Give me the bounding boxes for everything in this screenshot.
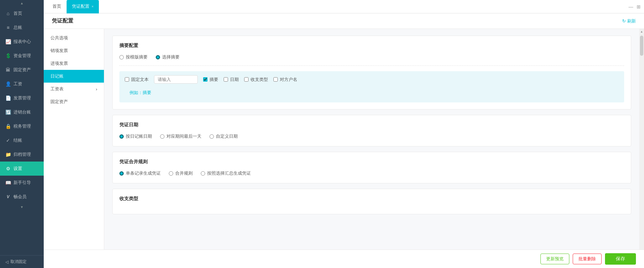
scrollbar-thumb[interactable]: [640, 36, 643, 56]
refresh-button[interactable]: ↻ 刷新: [622, 18, 636, 24]
checkbox-counterparty-input[interactable]: [273, 77, 278, 82]
cancel-pin-button[interactable]: ◁ 取消固定: [0, 255, 44, 268]
radio-select-label[interactable]: 选择摘要: [156, 54, 180, 60]
abstract-radio-group: 按模版摘要 选择摘要: [119, 54, 624, 60]
archive-icon: 📁: [5, 152, 11, 157]
radio-merge-label[interactable]: 合并规则: [169, 170, 193, 176]
salary-icon: 👤: [5, 81, 11, 87]
purchase-icon: 🔃: [5, 109, 11, 115]
sidebar-scroll-up[interactable]: ▲: [0, 0, 44, 6]
home-icon: ⌂: [5, 11, 11, 16]
checkbox-abstract-label[interactable]: 摘要: [203, 77, 218, 83]
radio-batch-label[interactable]: 按照选择汇总生成凭证: [201, 170, 251, 176]
voucher-date-section: 凭证日期 按日记账日期 对应期间最后一天 自定义日期: [112, 115, 631, 146]
fund-icon: 💲: [5, 53, 11, 58]
sub-sidebar-item-salary-table[interactable]: 工资表 ›: [44, 83, 104, 95]
sub-sidebar-item-sales[interactable]: 销项发票: [44, 44, 104, 57]
asset-icon: 🏛: [5, 67, 11, 73]
chevron-down-icon: ›: [96, 87, 97, 92]
page-wrapper: 凭证配置 ↻ 刷新 公共选项 销项发票 进项发票 日记账: [44, 13, 644, 268]
sidebar-item-home[interactable]: ⌂ 首页: [0, 6, 44, 20]
vip-icon: V: [5, 194, 11, 199]
radio-merge-input[interactable]: [169, 171, 173, 176]
checkbox-income-type-input[interactable]: [244, 77, 249, 82]
voucher-date-radio-group: 按日记账日期 对应期间最后一天 自定义日期: [119, 133, 624, 139]
checkbox-fixed-text-label[interactable]: 固定文本: [125, 77, 149, 83]
main-area: 首页 凭证配置 × — ⊞ 凭证配置 ↻ 刷新 公共选项: [44, 0, 644, 268]
sidebar-item-ledger[interactable]: ≡ 总账: [0, 20, 44, 35]
page-title: 凭证配置: [52, 17, 73, 25]
sub-sidebar-item-journal[interactable]: 日记账: [44, 70, 104, 83]
sidebar-scroll-down[interactable]: ▼: [0, 204, 44, 210]
tab-voucher-config[interactable]: 凭证配置 ×: [67, 0, 99, 13]
radio-template-input[interactable]: [119, 55, 124, 59]
checkbox-counterparty-label[interactable]: 对方户名: [273, 77, 297, 83]
income-type-section: 收支类型: [112, 189, 631, 214]
checkbox-abstract-input[interactable]: [203, 77, 207, 82]
sidebar-item-invoice[interactable]: 📄 发票管理: [0, 91, 44, 105]
sub-sidebar-item-fixed-asset[interactable]: 固定资产: [44, 95, 104, 108]
tab-close-icon[interactable]: ×: [91, 4, 93, 8]
sub-sidebar-item-public[interactable]: 公共选项: [44, 32, 104, 44]
invoice-icon: 📄: [5, 95, 11, 101]
save-button[interactable]: 保存: [605, 253, 636, 265]
sidebar-item-archive[interactable]: 📁 归档管理: [0, 147, 44, 162]
page-header: 凭证配置 ↻ 刷新: [44, 13, 644, 29]
checkbox-income-type-label[interactable]: 收支类型: [244, 77, 268, 83]
voucher-date-title: 凭证日期: [119, 122, 624, 128]
abstract-config-title: 摘要配置: [119, 43, 624, 49]
scroll-up-arrow[interactable]: ▲: [639, 29, 644, 34]
sidebar-item-settle[interactable]: ✓ 结账: [0, 133, 44, 147]
guide-icon: 📖: [5, 180, 11, 185]
sidebar-item-settings[interactable]: ⚙ 设置: [0, 162, 44, 176]
radio-journal-date-input[interactable]: [119, 134, 124, 139]
merge-rules-section: 凭证合并规则 单条记录生成凭证 合并规则 按照选择汇总生成凭证: [112, 152, 631, 183]
radio-custom-date-input[interactable]: [210, 134, 214, 139]
tab-home[interactable]: 首页: [47, 0, 67, 13]
sidebar-item-fund[interactable]: 💲 资金管理: [0, 49, 44, 63]
tax-icon: 🔒: [5, 124, 11, 129]
sidebar-item-guide[interactable]: 📖 新手引导: [0, 176, 44, 190]
radio-select-input[interactable]: [156, 55, 160, 59]
divider-1: [119, 65, 624, 66]
sidebar: ▲ ⌂ 首页 ≡ 总账 📈 报表中心 💲 资金管理 🏛 固定资产 👤 工资 📄 …: [0, 0, 44, 268]
refresh-icon: ↻: [622, 18, 626, 24]
report-icon: 📈: [5, 39, 11, 44]
checkbox-fixed-text-input[interactable]: [125, 77, 129, 82]
bottom-bar: 更新预览 批量删除 保存: [44, 250, 644, 268]
tab-bar: 首页 凭证配置 × — ⊞: [44, 0, 644, 13]
radio-custom-date-label[interactable]: 自定义日期: [210, 133, 238, 139]
sub-sidebar-item-purchase-inv[interactable]: 进项发票: [44, 57, 104, 70]
sidebar-item-purchase[interactable]: 🔃 进销台账: [0, 105, 44, 119]
merge-rules-radio-group: 单条记录生成凭证 合并规则 按照选择汇总生成凭证: [119, 170, 624, 176]
window-minimize-icon[interactable]: —: [629, 4, 633, 9]
sub-sidebar: 公共选项 销项发票 进项发票 日记账 工资表 › 固定资产: [44, 29, 104, 250]
ledger-icon: ≡: [5, 25, 11, 30]
settle-icon: ✓: [5, 138, 11, 143]
radio-single-label[interactable]: 单条记录生成凭证: [119, 170, 161, 176]
sidebar-item-report[interactable]: 📈 报表中心: [0, 35, 44, 49]
radio-last-day-input[interactable]: [160, 134, 164, 139]
select-abstract-panel: 固定文本 摘要 日期: [119, 71, 624, 102]
scrollbar-track: ▲: [639, 29, 644, 250]
fixed-text-input[interactable]: [154, 75, 198, 84]
radio-last-day-label[interactable]: 对应期间最后一天: [160, 133, 201, 139]
sidebar-item-salary[interactable]: 👤 工资: [0, 77, 44, 91]
checkbox-date-label[interactable]: 日期: [224, 77, 239, 83]
sidebar-item-vip[interactable]: V 畅会员: [0, 190, 44, 204]
preview-area: 例如：摘要: [125, 87, 619, 98]
batch-delete-button[interactable]: 批量删除: [573, 254, 602, 264]
checkbox-row: 固定文本 摘要 日期: [125, 75, 619, 84]
sidebar-item-tax[interactable]: 🔒 税务管理: [0, 119, 44, 133]
radio-journal-date-label[interactable]: 按日记账日期: [119, 133, 152, 139]
window-restore-icon[interactable]: ⊞: [637, 4, 641, 9]
main-content: 摘要配置 按模版摘要 选择摘要: [104, 29, 639, 250]
update-preview-button[interactable]: 更新预览: [540, 254, 569, 264]
settings-icon: ⚙: [5, 166, 11, 171]
sidebar-item-asset[interactable]: 🏛 固定资产: [0, 63, 44, 77]
merge-rules-title: 凭证合并规则: [119, 159, 624, 165]
checkbox-date-input[interactable]: [224, 77, 228, 82]
radio-template-label[interactable]: 按模版摘要: [119, 54, 148, 60]
radio-single-input[interactable]: [119, 171, 124, 176]
radio-batch-input[interactable]: [201, 171, 205, 176]
